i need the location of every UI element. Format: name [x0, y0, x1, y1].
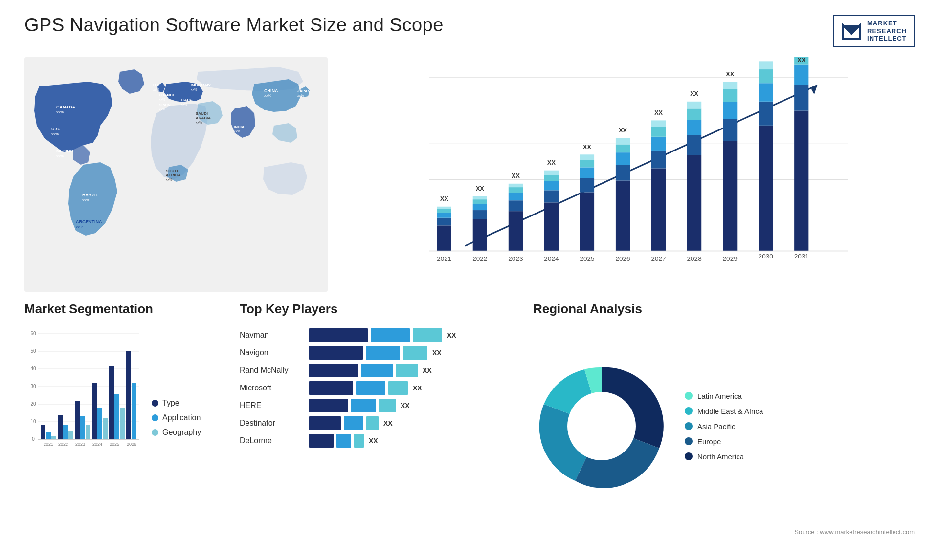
- bar-seg2: [371, 328, 410, 342]
- svg-text:2031: 2031: [794, 253, 809, 260]
- svg-rect-52: [544, 181, 559, 190]
- svg-rect-131: [86, 425, 90, 439]
- svg-rect-32: [437, 209, 451, 213]
- svg-rect-134: [97, 408, 102, 439]
- legend-type-dot: [152, 400, 158, 407]
- svg-text:XX: XX: [476, 185, 484, 192]
- svg-rect-100: [794, 64, 808, 85]
- svg-rect-94: [759, 83, 773, 102]
- source-text: Source : www.marketresearchintellect.com: [533, 528, 915, 536]
- svg-rect-82: [687, 102, 701, 109]
- reg-dot-latinamerica: [685, 392, 693, 400]
- svg-rect-138: [114, 394, 119, 439]
- segmentation-title: Market Segmentation: [24, 302, 220, 317]
- player-row-microsoft: Microsoft XX: [240, 381, 514, 395]
- player-name-navigon: Navigon: [240, 348, 303, 357]
- svg-rect-39: [473, 199, 487, 204]
- svg-rect-59: [580, 167, 594, 178]
- player-row-navman: Navman XX: [240, 328, 514, 342]
- reg-legend-northamerica: North America: [685, 452, 763, 461]
- map-section: CANADA xx% U.S. xx% MEXICO xx% BRAZIL xx…: [24, 57, 328, 292]
- svg-rect-53: [544, 175, 559, 181]
- svg-rect-54: [544, 170, 559, 174]
- svg-rect-141: [126, 351, 131, 439]
- country-us: U.S.: [51, 127, 60, 131]
- seg-chart-area: 0 10 20 30 40 50 60: [24, 324, 220, 452]
- svg-rect-33: [437, 207, 451, 209]
- player-bar-navman: XX: [309, 328, 514, 342]
- svg-rect-37: [473, 210, 487, 219]
- segmentation-section: Market Segmentation 0 10 20 30 40 50 60: [24, 302, 220, 536]
- svg-rect-121: [41, 425, 45, 439]
- svg-text:XX: XX: [512, 172, 520, 179]
- player-bar-microsoft: XX: [309, 381, 514, 395]
- svg-rect-133: [92, 383, 97, 439]
- regional-legend: Latin America Middle East & Africa Asia …: [685, 392, 763, 461]
- player-row-here: HERE XX: [240, 399, 514, 412]
- svg-text:2024: 2024: [92, 442, 102, 447]
- svg-text:AFRICA: AFRICA: [166, 173, 180, 177]
- svg-text:xx%: xx%: [264, 93, 271, 98]
- svg-rect-99: [794, 85, 808, 110]
- regional-title: Regional Analysis: [533, 302, 915, 317]
- country-canada: CANADA: [56, 105, 75, 109]
- player-name-randmcnally: Rand McNally: [240, 366, 303, 375]
- svg-text:XX: XX: [654, 109, 663, 116]
- svg-text:ARABIA: ARABIA: [196, 116, 211, 120]
- growth-chart-section: XX 2021 XX 2022 XX 2023: [342, 57, 915, 292]
- svg-text:xx%: xx%: [191, 88, 197, 91]
- donut-svg: [533, 358, 670, 495]
- svg-text:xx%: xx%: [166, 178, 172, 181]
- country-india: INDIA: [234, 125, 245, 129]
- svg-rect-47: [509, 184, 523, 187]
- svg-text:30: 30: [30, 384, 36, 389]
- svg-text:XX: XX: [619, 127, 627, 134]
- svg-text:40: 40: [30, 366, 36, 371]
- growth-chart-svg: XX 2021 XX 2022 XX 2023: [342, 57, 915, 292]
- svg-rect-43: [509, 211, 523, 251]
- svg-rect-40: [473, 196, 487, 199]
- svg-text:xx%: xx%: [76, 225, 83, 229]
- player-name-navman: Navman: [240, 331, 303, 340]
- svg-text:2022: 2022: [58, 442, 68, 447]
- reg-legend-asiapacific: Asia Pacific: [685, 422, 763, 431]
- svg-rect-92: [759, 126, 773, 251]
- svg-text:2023: 2023: [75, 442, 85, 447]
- legend-application-dot: [152, 414, 158, 421]
- svg-rect-61: [580, 154, 594, 160]
- svg-text:XX: XX: [726, 70, 734, 77]
- svg-text:0: 0: [32, 436, 35, 442]
- bar-seg3: [413, 328, 442, 342]
- svg-rect-46: [509, 187, 523, 193]
- country-argentina: ARGENTINA: [76, 219, 102, 224]
- player-row-randmcnally: Rand McNally XX: [240, 364, 514, 377]
- svg-rect-29: [437, 225, 451, 251]
- country-saudi: SAUDI: [196, 111, 208, 116]
- svg-text:xx%: xx%: [56, 154, 64, 158]
- svg-rect-122: [46, 432, 51, 439]
- svg-text:2030: 2030: [759, 253, 773, 260]
- svg-rect-38: [473, 204, 487, 210]
- donut-chart: [533, 358, 670, 495]
- svg-text:2029: 2029: [723, 255, 738, 262]
- svg-rect-135: [103, 418, 108, 439]
- country-spain: SPAIN: [159, 103, 171, 107]
- player-bar-delorme: XX: [309, 434, 514, 448]
- svg-text:xx%: xx%: [297, 94, 304, 97]
- svg-text:2025: 2025: [580, 255, 594, 262]
- svg-text:2027: 2027: [651, 255, 666, 262]
- reg-dot-europe: [685, 437, 693, 445]
- svg-rect-67: [616, 144, 630, 152]
- svg-rect-31: [437, 213, 451, 217]
- svg-rect-98: [794, 110, 808, 251]
- regional-section: Regional Analysis: [533, 302, 915, 536]
- country-germany: GERMANY: [191, 83, 211, 87]
- svg-text:2026: 2026: [615, 255, 630, 262]
- country-southafrica: SOUTH: [166, 169, 179, 173]
- player-bar-here: XX: [309, 399, 514, 412]
- legend-application: Application: [152, 413, 201, 422]
- svg-text:50: 50: [30, 348, 36, 354]
- svg-rect-142: [132, 383, 136, 439]
- reg-legend-europe: Europe: [685, 437, 763, 446]
- svg-rect-85: [723, 141, 737, 251]
